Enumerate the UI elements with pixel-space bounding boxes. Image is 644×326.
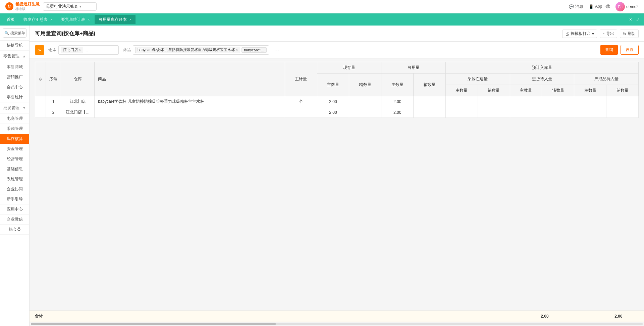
row-stock-main: 2.00 xyxy=(317,107,349,118)
sidebar-item-member-center[interactable]: 会员中心 xyxy=(0,82,29,92)
warehouse-filter-group: 仓库 江北门店 × ... xyxy=(48,45,119,55)
tab-expand-button[interactable]: ⤢ xyxy=(635,16,641,23)
th-settings: ⚙ xyxy=(35,62,46,96)
row-arrival-aux xyxy=(542,107,574,118)
refresh-label: 刷新 xyxy=(628,31,636,37)
sidebar-item-vip-member[interactable]: 畅会员 xyxy=(0,225,29,235)
app-download-button[interactable]: 📱 App下载 xyxy=(589,4,610,9)
row-settings-cell xyxy=(35,107,46,118)
th-group-purchase: 采购在途量 xyxy=(445,74,510,85)
content-area: 可用量查询(按仓库+商品) 🖨 按模板打印 ▾ ↑ 导出 ↻ 刷新 xyxy=(30,26,644,326)
tab-receive-label: 收发存汇总表 xyxy=(23,17,48,22)
th-stock-main: 主数量 xyxy=(317,74,349,96)
main-layout: 🔍 搜索菜单 快捷导航 零售管理 ▲ 零售商城 营销推广 会员中心 零售统计 批… xyxy=(0,26,644,326)
sidebar-item-new-guide[interactable]: 新手引导 xyxy=(0,194,29,204)
refresh-button[interactable]: ↻ 刷新 xyxy=(620,30,639,38)
sidebar-item-operations-mgmt[interactable]: 经营管理 xyxy=(0,154,29,164)
th-purchase-aux: 辅数量 xyxy=(478,85,510,96)
tab-receive-close[interactable]: × xyxy=(50,18,52,21)
sidebar-item-ecommerce-mgmt[interactable]: 电商管理 xyxy=(0,114,29,124)
row-arrival-main xyxy=(510,107,542,118)
sidebar-item-retail-mall[interactable]: 零售商城 xyxy=(0,62,29,72)
user-area[interactable]: Ea demo2 xyxy=(615,2,639,11)
scrollbar-thumb[interactable] xyxy=(31,323,276,325)
tab-home-label: 首页 xyxy=(7,17,15,22)
th-group-production: 产成品待入量 xyxy=(574,74,639,85)
sidebar-search-button[interactable]: 🔍 搜索菜单 xyxy=(3,28,26,38)
th-group-inbound: 预计入库量 xyxy=(445,62,638,74)
product-tag-1-close[interactable]: × xyxy=(236,48,238,52)
th-purchase-main: 主数量 xyxy=(445,85,478,96)
filter-actions: 查询 设置 xyxy=(600,45,639,55)
th-group-stock: 现存量 xyxy=(317,62,381,74)
app-download-icon: 📱 xyxy=(589,4,594,9)
sidebar-item-app-center[interactable]: 应用中心 xyxy=(0,204,29,215)
tab-bar-right: × ⤢ xyxy=(628,16,641,23)
sidebar: 🔍 搜索菜单 快捷导航 零售管理 ▲ 零售商城 营销推广 会员中心 零售统计 批… xyxy=(0,26,30,326)
product-input[interactable]: babycare学饮杯 儿童防摔防撞吸管杯重力球吸嘴杯宝宝水杯 × babyca… xyxy=(133,45,269,55)
sidebar-item-retail-mgmt[interactable]: 零售管理 ▲ xyxy=(0,51,29,62)
table-row[interactable]: 1 江北门店 babycare学饮杯 儿童防摔防撞吸管杯重力球吸嘴杯宝宝水杯 个… xyxy=(35,96,639,107)
table-settings-icon[interactable]: ⚙ xyxy=(39,77,42,82)
row-arrival-main xyxy=(510,96,542,107)
table-row[interactable]: 2 江北门店【... 2.00 2.00 xyxy=(35,107,639,118)
top-bar-right: 💬 消息 📱 App下载 Ea demo2 xyxy=(569,2,639,11)
warehouse-input[interactable]: 江北门店 × ... xyxy=(58,45,119,55)
sidebar-item-enterprise-wechat[interactable]: 企业微信 xyxy=(0,215,29,225)
th-production-aux: 辅数量 xyxy=(606,85,639,96)
row-purchase-main xyxy=(445,96,478,107)
horizontal-scrollbar[interactable] xyxy=(30,322,644,326)
tab-order-close[interactable]: × xyxy=(88,18,90,21)
tab-home[interactable]: 首页 xyxy=(3,15,19,24)
company-selector[interactable]: 母婴行业演示账套 ▾ xyxy=(43,2,97,11)
sidebar-item-marketing[interactable]: 营销推广 xyxy=(0,72,29,82)
page-title-row: 可用量查询(按仓库+商品) 🖨 按模板打印 ▾ ↑ 导出 ↻ 刷新 xyxy=(35,30,639,38)
row-production-main xyxy=(574,96,606,107)
tab-inventory-close[interactable]: × xyxy=(129,18,131,21)
sidebar-search-area: 🔍 搜索菜单 xyxy=(0,26,29,41)
row-product xyxy=(95,107,285,118)
sidebar-item-basic-info[interactable]: 基础信息 xyxy=(0,164,29,174)
sidebar-item-quick-nav[interactable]: 快捷导航 xyxy=(0,41,29,51)
filter-toggle-button[interactable]: » xyxy=(35,45,44,55)
avatar: Ea xyxy=(615,2,625,11)
sidebar-item-inventory-mgmt[interactable]: 库存核算 xyxy=(0,134,29,144)
tab-inventory[interactable]: 可用量库存账本 × xyxy=(95,15,136,24)
filter-more-button[interactable]: ··· xyxy=(273,46,281,53)
summary-avail-main: 2.00 xyxy=(598,314,639,319)
th-production-main: 主数量 xyxy=(574,85,606,96)
sidebar-item-wholesale-mgmt[interactable]: 批发管理 ▼ xyxy=(0,102,29,114)
query-button[interactable]: 查询 xyxy=(600,45,618,55)
export-button[interactable]: ↑ 导出 xyxy=(600,30,617,38)
sidebar-retail-mgmt-label: 零售管理 xyxy=(3,53,19,59)
warehouse-tag: 江北门店 × xyxy=(61,47,83,53)
row-settings-cell xyxy=(35,96,46,107)
template-print-button[interactable]: 🖨 按模板打印 ▾ xyxy=(562,30,597,38)
sidebar-item-finance-mgmt[interactable]: 资金管理 xyxy=(0,144,29,154)
tab-receive[interactable]: 收发存汇总表 × xyxy=(19,15,56,24)
tab-close-all-button[interactable]: × xyxy=(628,16,633,23)
logo-text-block: 畅捷通好生意 标准版 xyxy=(15,2,40,11)
row-production-aux xyxy=(606,107,639,118)
warehouse-ellipsis[interactable]: ... xyxy=(85,48,88,52)
row-purchase-aux xyxy=(478,96,510,107)
warehouse-tag-close[interactable]: × xyxy=(79,48,81,52)
logo-subtitle: 标准版 xyxy=(15,7,40,11)
th-stock-aux: 辅数量 xyxy=(349,74,381,96)
message-button[interactable]: 💬 消息 xyxy=(569,4,583,9)
page-header: 可用量查询(按仓库+商品) 🖨 按模板打印 ▾ ↑ 导出 ↻ 刷新 xyxy=(30,26,644,42)
th-no: 序号 xyxy=(46,62,61,96)
row-arrival-aux xyxy=(542,96,574,107)
row-product: babycare学饮杯 儿童防摔防撞吸管杯重力球吸嘴杯宝宝水杯 xyxy=(95,96,285,107)
th-avail-aux: 辅数量 xyxy=(414,74,446,96)
sidebar-item-enterprise-collab[interactable]: 企业协同 xyxy=(0,184,29,194)
sidebar-item-purchase-mgmt[interactable]: 采购管理 xyxy=(0,124,29,134)
tab-order-label: 要货单统计表 xyxy=(61,17,85,22)
sidebar-item-system-mgmt[interactable]: 系统管理 xyxy=(0,174,29,184)
tab-order[interactable]: 要货单统计表 × xyxy=(57,15,94,24)
export-icon: ↑ xyxy=(603,32,605,36)
settings-button[interactable]: 设置 xyxy=(621,45,639,55)
row-main-unit xyxy=(285,107,317,118)
page-title: 可用量查询(按仓库+商品) xyxy=(35,30,95,37)
sidebar-item-retail-stats[interactable]: 零售统计 xyxy=(0,92,29,102)
